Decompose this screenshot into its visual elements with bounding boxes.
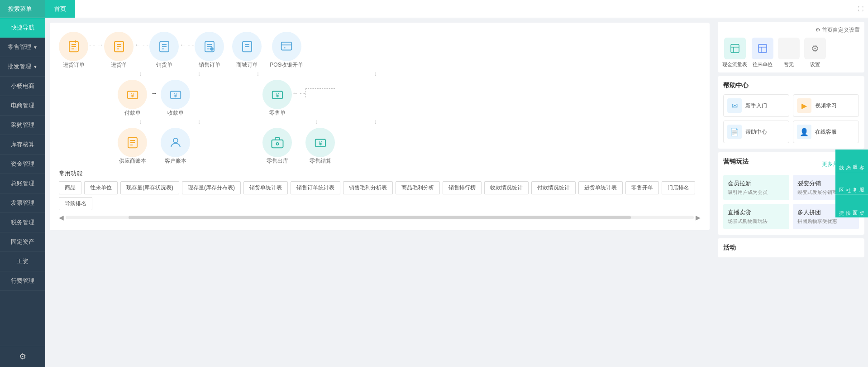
func-btn-销售毛利分析表[interactable]: 销售毛利分析表 bbox=[343, 181, 393, 194]
sidebar-item-xiaochang[interactable]: 小畅电商 bbox=[0, 77, 45, 96]
flow-diagram: 进货订单 - - → 进货单 ← - - bbox=[59, 32, 701, 165]
customize-link[interactable]: ⚙ 首页自定义设置 bbox=[816, 26, 860, 34]
func-btn-现存量(库存分布表)[interactable]: 现存量(库存分布表) bbox=[182, 181, 241, 194]
quick-icon-cash-flow[interactable]: 现金流量表 bbox=[722, 38, 747, 68]
svg-text:¥: ¥ bbox=[318, 140, 322, 147]
scroll-track[interactable] bbox=[66, 216, 694, 219]
payment-icon[interactable]: ¥ bbox=[118, 80, 147, 109]
func-btn-商品[interactable]: 商品 bbox=[59, 181, 81, 194]
float-btn-customer-service[interactable]: 客服热线 bbox=[835, 150, 868, 172]
vc2-spacer5 bbox=[339, 117, 353, 126]
vc2-2: ↓ bbox=[118, 117, 163, 126]
mkt-live[interactable]: 直播卖货 场景式购物新玩法 bbox=[723, 204, 789, 229]
mkt-live-title: 直播卖货 bbox=[728, 208, 785, 217]
node-sales-order: 销售订单 bbox=[195, 32, 224, 69]
sidebar-item-wholesale-mgmt[interactable]: 批发管理 ▼ bbox=[0, 57, 45, 77]
sidebar-item-tax[interactable]: 税务管理 bbox=[0, 213, 45, 232]
arrow-2: ← - - bbox=[134, 41, 148, 48]
customer-account-icon[interactable] bbox=[161, 128, 190, 157]
main-panel: 进货订单 - - → 进货单 ← - - bbox=[45, 18, 714, 367]
purchase-bill-icon[interactable] bbox=[104, 32, 134, 61]
cash-flow-icon bbox=[724, 38, 746, 59]
func-btn-销货单统计表[interactable]: 销货单统计表 bbox=[243, 181, 288, 194]
help-center-title: 帮助中心 bbox=[723, 82, 859, 90]
func-btn-现存量(库存状况表)[interactable]: 现存量(库存状况表) bbox=[120, 181, 179, 194]
func-btn-收款情况统计[interactable]: 收款情况统计 bbox=[484, 181, 529, 194]
sidebar-item-inventory[interactable]: 库存核算 bbox=[0, 135, 45, 155]
flow-row-1: 进货订单 - - → 进货单 ← - - bbox=[59, 32, 701, 69]
sidebar-item-invoice[interactable]: 发票管理 bbox=[0, 193, 45, 213]
receipt-label: 收款单 bbox=[167, 109, 184, 117]
vc5 bbox=[294, 69, 339, 78]
help-item-video[interactable]: ▶ 视频学习 bbox=[793, 94, 859, 117]
func-btn-销售排行榜[interactable]: 销售排行榜 bbox=[443, 181, 482, 194]
search-menu[interactable]: 搜索菜单 bbox=[0, 0, 45, 18]
vc2-3: ↓ bbox=[176, 117, 222, 126]
video-text: 视频学习 bbox=[815, 102, 837, 110]
func-btn-往来单位[interactable]: 往来单位 bbox=[84, 181, 118, 194]
down-arrow-sales: ↓ bbox=[198, 69, 201, 78]
func-btn-进货单统计表[interactable]: 进货单统计表 bbox=[578, 181, 623, 194]
sidebar-item-more[interactable]: 行费管理 bbox=[0, 271, 45, 291]
func-btn-商品毛利分析[interactable]: 商品毛利分析 bbox=[396, 181, 440, 194]
quick-icon-settings[interactable]: ⚙ 设置 bbox=[804, 38, 826, 68]
sidebar-item-fixed-assets[interactable]: 固定资产 bbox=[0, 232, 45, 252]
retail-out-icon[interactable] bbox=[262, 128, 292, 157]
sales-order-label: 销售订单 bbox=[199, 61, 220, 69]
help-item-beginner[interactable]: ✉ 新手入门 bbox=[723, 94, 789, 117]
sidebar-item-ecom-mgmt[interactable]: 电商管理 bbox=[0, 96, 45, 116]
sales-order-icon[interactable] bbox=[195, 32, 224, 61]
retail-order-icon[interactable]: ¥ bbox=[262, 80, 292, 109]
help-item-online-service[interactable]: 👤 在线客服 bbox=[793, 121, 859, 143]
svg-rect-38 bbox=[731, 44, 739, 53]
beginner-text: 新手入门 bbox=[745, 102, 767, 110]
sidebar-bottom: ⚙ bbox=[0, 346, 45, 367]
mall-order-icon[interactable] bbox=[232, 32, 262, 61]
arrow-3: ← - - bbox=[180, 41, 194, 48]
help-text: 帮助中心 bbox=[745, 128, 767, 136]
sidebar-item-finance[interactable]: 资金管理 bbox=[0, 155, 45, 174]
quick-icons-header: ⚙ 首页自定义设置 bbox=[722, 26, 860, 34]
supplier-account-icon[interactable] bbox=[118, 128, 147, 157]
receipt-icon[interactable]: ¥ bbox=[161, 80, 190, 109]
arrow-retail-pos: ← - - bbox=[292, 90, 305, 107]
sidebar-item-payroll[interactable]: 工资 bbox=[0, 252, 45, 271]
sidebar-gear[interactable]: ⚙ bbox=[0, 346, 45, 367]
float-btn-desktop-quick[interactable]: 桌面快捷 bbox=[835, 195, 868, 217]
retail-settle-icon[interactable]: ¥ bbox=[305, 128, 335, 157]
help-item-help[interactable]: 📄 帮助中心 bbox=[723, 121, 789, 143]
node-purchase-order: 进货订单 bbox=[59, 32, 88, 69]
tab-home[interactable]: 首页 bbox=[45, 0, 75, 18]
func-btn-付款情况统计[interactable]: 付款情况统计 bbox=[531, 181, 576, 194]
mkt-member-subtitle: 吸引用户成为会员 bbox=[728, 189, 785, 196]
activity-section: 活动 bbox=[718, 238, 864, 257]
sidebar-item-quick-nav[interactable]: 快捷导航 bbox=[0, 18, 45, 38]
purchase-order-label: 进货订单 bbox=[63, 61, 85, 69]
expand-icon[interactable]: ⛶ bbox=[858, 5, 868, 12]
help-grid: ✉ 新手入门 ▶ 视频学习 📄 帮助中心 👤 在线客服 bbox=[723, 94, 859, 143]
scroll-right-btn[interactable]: ▶ bbox=[696, 214, 701, 221]
none-icon bbox=[778, 38, 800, 59]
sidebar-item-retail-mgmt[interactable]: 零售管理 ▼ bbox=[0, 38, 45, 57]
quick-icon-partners[interactable]: 往来单位 bbox=[752, 38, 773, 68]
sidebar-item-general-ledger[interactable]: 总账管理 bbox=[0, 174, 45, 193]
sales-bill-icon[interactable] bbox=[149, 32, 179, 61]
func-btn-导购排名[interactable]: 导购排名 bbox=[59, 197, 92, 210]
retail-out-label: 零售出库 bbox=[267, 157, 288, 165]
pos-icon[interactable] bbox=[272, 32, 301, 61]
scroll-left-btn[interactable]: ◀ bbox=[59, 214, 64, 221]
node-purchase-bill: 进货单 bbox=[104, 32, 134, 69]
purchase-order-icon[interactable] bbox=[59, 32, 88, 61]
down-arrow-receipt: ↓ bbox=[198, 117, 201, 126]
mall-order-label: 商城订单 bbox=[236, 61, 258, 69]
float-btn-service-community[interactable]: 服务社区 bbox=[835, 172, 868, 195]
mkt-member[interactable]: 会员拉新 吸引用户成为会员 bbox=[723, 175, 789, 200]
sidebar-item-purchase-mgmt[interactable]: 采购管理 bbox=[0, 116, 45, 135]
func-btn-销售订单统计表[interactable]: 销售订单统计表 bbox=[291, 181, 340, 194]
func-btn-门店排名[interactable]: 门店排名 bbox=[662, 181, 695, 194]
vc-spacer5 bbox=[339, 69, 353, 78]
common-functions-title: 常用功能 bbox=[59, 169, 701, 178]
quick-icon-none[interactable]: 暂无 bbox=[778, 38, 800, 68]
func-btn-零售开单[interactable]: 零售开单 bbox=[625, 181, 659, 194]
svg-text:¥: ¥ bbox=[173, 92, 177, 99]
